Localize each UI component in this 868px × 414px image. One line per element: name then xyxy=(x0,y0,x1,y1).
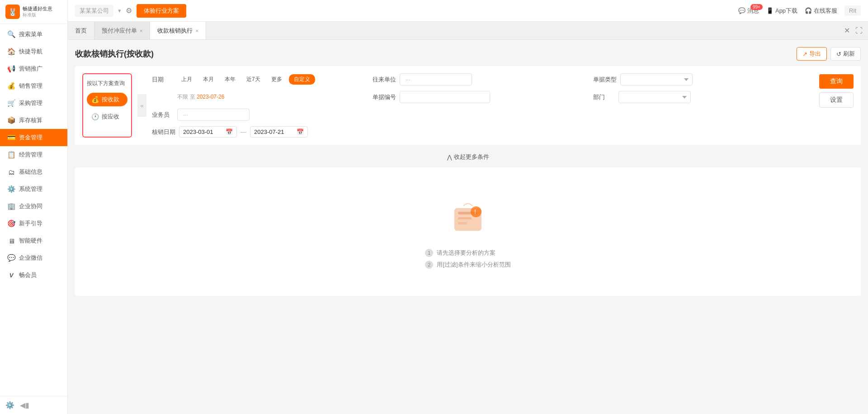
sidebar-item-inventory[interactable]: 📦 库存核算 xyxy=(0,112,67,129)
empty-tip-1: 1 请先选择要分析的方案 xyxy=(425,249,510,257)
tabbar: 首页 预付冲应付单 × 收款核销执行 × ✕ ⛶ xyxy=(68,22,868,40)
marketing-icon: 📢 xyxy=(7,65,15,73)
user-info[interactable]: Rit xyxy=(844,5,861,16)
sidebar-bottom: ⚙️ ◀▮ xyxy=(0,396,67,414)
calendar-start-icon[interactable]: 📅 xyxy=(226,128,233,135)
tab-verify-close[interactable]: × xyxy=(195,28,198,33)
collapse-filter-btn[interactable]: « xyxy=(137,94,146,117)
page-header: 收款核销执行(按收款) ↗ 导出 ↺ 刷新 xyxy=(75,47,861,61)
dept-select[interactable] xyxy=(618,91,691,103)
tab-verify[interactable]: 收款核销执行 × xyxy=(150,22,206,39)
refresh-btn[interactable]: ↺ 刷新 xyxy=(830,47,861,61)
message-icon: 💬 xyxy=(738,7,745,14)
export-icon: ↗ xyxy=(802,51,807,57)
filter-dept-cell: 部门 xyxy=(593,91,807,103)
enterprise-icon: 🏢 xyxy=(7,202,15,210)
filter-staff-cell: 业务员 ··· xyxy=(152,109,365,121)
sidebar-item-finance[interactable]: 💳 资金管理 xyxy=(0,129,67,146)
sidebar-item-hardware[interactable]: 🖥 智能硬件 xyxy=(0,232,67,249)
filter-counterpart-cell: 往来单位 ··· xyxy=(373,73,586,86)
filter-date-cell: 日期 上月 本月 本年 近7天 更多 自定义 xyxy=(152,73,365,86)
collapse-more-btn[interactable]: ⋀ 收起更多条件 xyxy=(75,150,861,164)
query-btn[interactable]: 查询 xyxy=(819,74,854,89)
date-this-month[interactable]: 本月 xyxy=(199,74,218,85)
svg-text:!: ! xyxy=(474,208,476,215)
filter-billtype-cell: 单据类型 xyxy=(593,73,807,86)
content-area: 收款核销执行(按收款) ↗ 导出 ↺ 刷新 按以下方案查询 💰 按收款 xyxy=(68,40,868,414)
date-value-text: 2023-07-26 xyxy=(197,94,224,100)
hardware-icon: 🖥 xyxy=(7,237,15,245)
date-more[interactable]: 更多 xyxy=(267,74,286,85)
system-icon: ⚙️ xyxy=(7,185,15,193)
receipt-icon: 💰 xyxy=(91,96,99,103)
sidebar-item-purchase[interactable]: 🛒 采购管理 xyxy=(0,95,67,112)
date-7days[interactable]: 近7天 xyxy=(242,74,264,85)
export-btn[interactable]: ↗ 导出 xyxy=(797,47,827,61)
company-dropdown-icon[interactable]: ▾ xyxy=(118,7,121,14)
logo-icon: 🐰 xyxy=(5,5,20,19)
tab-prepay[interactable]: 预付冲应付单 × xyxy=(94,22,150,39)
sidebar-item-marketing[interactable]: 📢 营销推广 xyxy=(0,60,67,77)
staff-label: 业务员 xyxy=(152,111,174,119)
sidebar-item-wechat[interactable]: 💬 企业微信 xyxy=(0,249,67,266)
sidebar-item-guide[interactable]: 🎯 新手引导 xyxy=(0,215,67,232)
billtype-label: 单据类型 xyxy=(593,76,617,84)
counterpart-label: 往来单位 xyxy=(373,76,396,84)
verify-date-start[interactable] xyxy=(183,128,224,135)
solution-btn[interactable]: 体验行业方案 xyxy=(137,4,186,18)
verifydate-label: 核销日期 xyxy=(152,128,175,136)
date-this-year[interactable]: 本年 xyxy=(221,74,240,85)
settings-bottom-icon[interactable]: ⚙️ xyxy=(5,401,14,409)
svg-rect-3 xyxy=(458,222,467,224)
management-icon: 📋 xyxy=(7,151,15,159)
date-nolimit-text: 不限 xyxy=(177,94,188,100)
filter-by-receivable[interactable]: 🕐 按应收 xyxy=(87,110,127,124)
collapse-sidebar-icon[interactable]: ◀▮ xyxy=(20,401,29,409)
receivable-icon: 🕐 xyxy=(91,113,99,120)
tab-prepay-close[interactable]: × xyxy=(140,28,142,33)
topbar: 某某某公司 ▾ ⚙ 体验行业方案 💬 消息 99+ 📱 App下载 🎧 在线客服… xyxy=(68,0,868,22)
app-download-btn[interactable]: 📱 App下载 xyxy=(766,7,797,15)
calendar-end-icon[interactable]: 📅 xyxy=(297,128,304,135)
sidebar-item-system[interactable]: ⚙️ 系统管理 xyxy=(0,181,67,198)
message-btn[interactable]: 💬 消息 99+ xyxy=(738,7,759,15)
app-edition: 标准版 xyxy=(23,12,52,18)
sidebar-item-search[interactable]: 🔍 搜索菜单 xyxy=(0,26,67,43)
online-service-btn[interactable]: 🎧 在线客服 xyxy=(805,7,837,15)
filter-billno-cell: 单据编号 xyxy=(373,91,586,103)
date-label: 日期 xyxy=(152,76,174,84)
counterpart-picker[interactable]: ··· xyxy=(400,73,472,86)
billno-label: 单据编号 xyxy=(373,93,396,101)
scheme-label: 按以下方案查询 xyxy=(87,80,127,87)
tab-close-window-icon[interactable]: ✕ xyxy=(842,25,852,36)
topbar-gear-icon[interactable]: ⚙ xyxy=(126,6,132,15)
purchase-icon: 🛒 xyxy=(7,99,15,107)
tab-home[interactable]: 首页 xyxy=(68,22,94,39)
sidebar: 🐰 畅捷通好生意 标准版 🔍 搜索菜单 🏠 快捷导航 📢 营销推广 💰 销售管理… xyxy=(0,0,68,414)
date-custom[interactable]: 自定义 xyxy=(289,74,315,85)
sidebar-item-basicinfo[interactable]: 🗂 基础信息 xyxy=(0,163,67,181)
billno-input[interactable] xyxy=(400,91,490,103)
inventory-icon: 📦 xyxy=(7,116,15,124)
sidebar-item-member[interactable]: V 畅会员 xyxy=(0,266,67,284)
filter-scheme-selector: 按以下方案查询 💰 按收款 🕐 按应收 xyxy=(82,73,132,138)
basicinfo-icon: 🗂 xyxy=(7,168,15,176)
sidebar-nav: 🔍 搜索菜单 🏠 快捷导航 📢 营销推广 💰 销售管理 🛒 采购管理 📦 库存核… xyxy=(0,24,67,396)
date-last-month[interactable]: 上月 xyxy=(177,74,196,85)
company-selector[interactable]: 某某某公司 xyxy=(75,5,113,17)
filter-by-receipt[interactable]: 💰 按收款 xyxy=(87,93,127,106)
filter-grid: 日期 上月 本月 本年 近7天 更多 自定义 往来单位 ··· xyxy=(152,73,814,138)
sidebar-item-enterprise[interactable]: 🏢 企业协同 xyxy=(0,198,67,215)
page-title: 收款核销执行(按收款) xyxy=(75,48,154,59)
verify-date-end-wrap: 📅 xyxy=(250,126,308,138)
billtype-select[interactable] xyxy=(620,73,693,86)
verify-date-end[interactable] xyxy=(254,128,295,135)
home-icon: 🏠 xyxy=(7,48,15,56)
sidebar-item-sales[interactable]: 💰 销售管理 xyxy=(0,77,67,95)
setting-btn[interactable]: 设置 xyxy=(819,92,854,108)
sidebar-item-quicknav[interactable]: 🏠 快捷导航 xyxy=(0,43,67,60)
tab-expand-icon[interactable]: ⛶ xyxy=(854,26,864,36)
sidebar-item-management[interactable]: 📋 经营管理 xyxy=(0,146,67,163)
staff-picker[interactable]: ··· xyxy=(177,109,250,121)
refresh-icon: ↺ xyxy=(836,51,841,57)
